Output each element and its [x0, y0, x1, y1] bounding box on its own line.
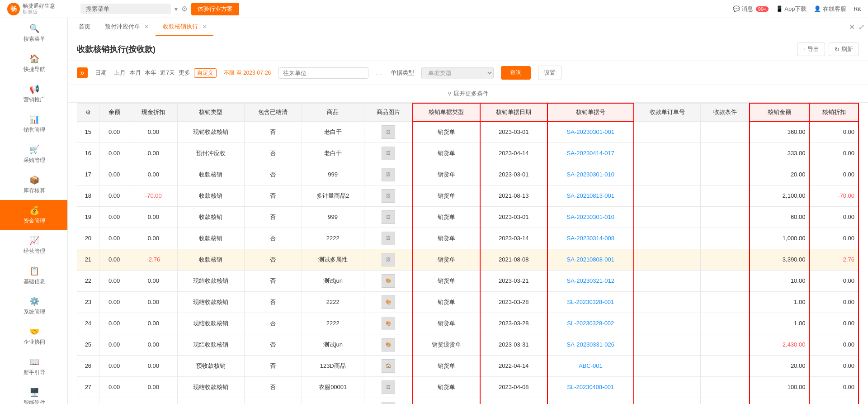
cell-id: 15	[77, 121, 99, 143]
cell-receipt-order-no	[634, 249, 701, 270]
table-row: 24 0.00 0.00 现结收款核销 否 2222 🎨 销货单 2023-03…	[77, 313, 859, 334]
verify-slip-link[interactable]: SA-20210813-001	[567, 192, 615, 199]
cell-verify-slip-type: 销货单	[413, 121, 480, 143]
from-unit-input[interactable]	[278, 67, 368, 79]
date-last-month[interactable]: 上月	[114, 69, 126, 77]
tab-home[interactable]: 首页	[71, 18, 98, 36]
logo: 畅 畅捷通好生意 标准版	[7, 3, 75, 15]
tab-receipt[interactable]: 收款核销执行 ×	[156, 18, 213, 36]
sidebar-item-inventory[interactable]: 📦 库存核算	[0, 170, 67, 200]
verify-slip-link[interactable]: SL-20230328-002	[567, 320, 614, 327]
sidebar-item-marketing[interactable]: 📢 营销推广	[0, 79, 67, 109]
verify-slip-link[interactable]: ABC-001	[579, 362, 603, 369]
date-custom[interactable]: 自定义	[194, 68, 217, 78]
cell-verify-type: 收款核销	[178, 185, 244, 206]
date-this-month[interactable]: 本月	[129, 69, 141, 77]
operations-icon: 📈	[29, 236, 39, 246]
col-header-receipt-order-no: 收款单订单号	[634, 103, 701, 121]
industry-btn[interactable]: 体验行业方案	[191, 3, 239, 15]
messages-btn[interactable]: 💬 消息 99+	[733, 5, 769, 13]
tab-bar-actions: ✕ ⤢	[849, 23, 864, 31]
sidebar-item-purchase[interactable]: 🛒 采购管理	[0, 139, 67, 170]
sidebar-item-search[interactable]: 🔍 搜索菜单	[0, 18, 67, 48]
sidebar-item-guide[interactable]: 📖 新手引导	[0, 352, 67, 382]
cell-receipt-condition	[701, 334, 750, 355]
cell-verify-discount: 0.00	[809, 121, 859, 143]
sidebar-item-hardware[interactable]: 🖥️ 智能硬件	[0, 382, 67, 404]
cell-include-settled: 否	[244, 355, 302, 376]
filter-toggle-btn[interactable]: »	[77, 67, 88, 78]
user-label[interactable]: Rit	[854, 5, 861, 12]
cell-goods: 测试多属性	[302, 249, 364, 270]
cell-verify-slip-type: 销货单	[413, 185, 480, 206]
tab-close-all-icon[interactable]: ✕	[849, 23, 855, 31]
verify-slip-link[interactable]: SL-20230408-001	[567, 384, 614, 390]
sidebar: 🔍 搜索菜单 🏠 快捷导航 📢 营销推广 📊 销售管理 🛒 采购管理 📦 库存核…	[0, 18, 68, 404]
col-header-setting[interactable]: ⚙	[77, 103, 99, 121]
cell-verify-amount: -2,430.00	[750, 334, 810, 355]
date-more[interactable]: 更多	[179, 69, 190, 77]
verify-slip-link[interactable]: SA-20230331-026	[567, 341, 615, 348]
sidebar-item-nav[interactable]: 🏠 快捷导航	[0, 48, 67, 79]
cell-goods-image: 🖼	[364, 249, 413, 270]
verify-slip-link[interactable]: SA-20230314-008	[567, 235, 615, 242]
cell-verify-slip-date: 2022-04-14	[480, 355, 547, 376]
goods-image-thumb: 🖼	[382, 125, 395, 139]
cell-verify-amount: 1.00	[750, 291, 810, 313]
cell-goods-image: 🖼	[364, 121, 413, 143]
verify-slip-link[interactable]: SA-20230301-010	[567, 214, 615, 220]
verify-slip-link[interactable]: SA-20230301-001	[567, 128, 615, 135]
cell-receipt-order-no	[634, 313, 701, 334]
cell-id: 18	[77, 185, 99, 206]
cell-include-settled: 否	[244, 291, 302, 313]
date-7days[interactable]: 近7天	[160, 69, 175, 77]
tab-expand-icon[interactable]: ⤢	[859, 23, 864, 31]
app-download-btn[interactable]: 📱 App下载	[776, 5, 807, 13]
cell-verify-amount: 360.00	[750, 121, 810, 143]
sidebar-item-operations[interactable]: 📈 经营管理	[0, 230, 67, 261]
verify-slip-link[interactable]: SA-20230414-017	[567, 150, 615, 157]
cell-id: 19	[77, 206, 99, 228]
query-btn[interactable]: 查询	[501, 66, 531, 80]
top-search-input[interactable]	[80, 4, 171, 14]
cell-include-settled: 否	[244, 164, 302, 185]
date-this-year[interactable]: 本年	[145, 69, 156, 77]
single-type-select[interactable]: 单据类型	[421, 67, 494, 79]
date-filter-label: 日期	[95, 69, 107, 77]
settings-icon[interactable]: ⚙	[181, 5, 188, 13]
verify-slip-link[interactable]: SA-20210808-001	[567, 256, 615, 263]
cell-verify-slip-date: 2021-08-08	[480, 249, 547, 270]
sidebar-item-finance[interactable]: 💰 资金管理	[0, 200, 67, 230]
table-row: 20 0.00 0.00 收款核销 否 2222 🖼 销货单 2023-03-1…	[77, 228, 859, 249]
sidebar-item-collab[interactable]: 🤝 企业协同	[0, 321, 67, 352]
top-search-area: ▾ ⚙ 体验行业方案	[80, 3, 727, 15]
expand-more-btn[interactable]: ∨ 展开更多条件	[447, 87, 489, 100]
online-service-btn[interactable]: 👤 在线客服	[814, 5, 846, 13]
main-table: ⚙ 余额 现金折扣 核销类型 包含已结清 商品 商品图片 核销单据类型 核销单据…	[77, 103, 859, 404]
verify-slip-link[interactable]: SA-20230301-010	[567, 171, 615, 178]
refresh-btn[interactable]: ↻ 刷新	[829, 43, 859, 56]
cell-goods-image: 🏠	[364, 355, 413, 376]
sidebar-item-basics[interactable]: 📋 基础信息	[0, 261, 67, 291]
tab-prepay-close[interactable]: ×	[145, 23, 148, 30]
cell-cash-discount: 0.00	[129, 143, 178, 164]
cell-receipt-condition	[701, 228, 750, 249]
tab-prepay[interactable]: 预付冲应付单 ×	[98, 18, 156, 36]
cell-verify-slip-type: 销货单	[413, 291, 480, 313]
hardware-icon: 🖥️	[29, 387, 39, 397]
sidebar-item-sales[interactable]: 📊 销售管理	[0, 109, 67, 139]
export-btn[interactable]: ↑ 导出	[797, 43, 826, 56]
sidebar-item-system[interactable]: ⚙️ 系统管理	[0, 291, 67, 321]
messages-badge: 99+	[756, 6, 769, 12]
logo-text: 畅捷通好生意 标准版	[23, 3, 55, 15]
table-settings-btn[interactable]: 设置	[538, 66, 561, 80]
verify-slip-link[interactable]: SL-20230328-001	[567, 299, 614, 305]
cell-verify-discount: -2.76	[809, 249, 859, 270]
verify-slip-link[interactable]: SA-20230321-012	[567, 277, 615, 284]
tab-receipt-close[interactable]: ×	[203, 23, 206, 30]
cell-verify-type: 现结收款核销	[178, 376, 244, 398]
cell-goods: 多计量商品2	[302, 185, 364, 206]
cell-balance: 0.00	[99, 313, 129, 334]
col-header-goods-image: 商品图片	[364, 103, 413, 121]
cell-verify-slip-date: 2023-03-28	[480, 291, 547, 313]
